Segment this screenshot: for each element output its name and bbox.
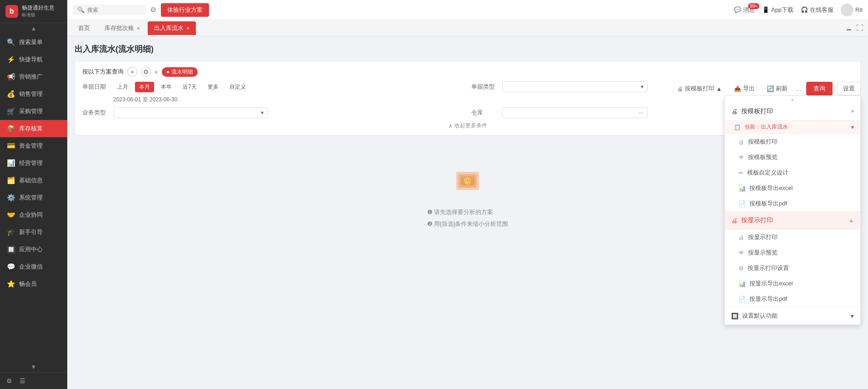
filter-collapse-icon[interactable]: « <box>155 68 158 75</box>
window-minimize-icon[interactable]: 🗕 <box>845 24 853 32</box>
search-box[interactable]: 🔍 <box>73 5 145 15</box>
sidebar-item-system[interactable]: ⚙️ 系统管理 <box>0 189 67 206</box>
tabbar: 首页 库存批次账 × 出入库流水 × 🗕 ⛶ <box>67 20 868 36</box>
tab-batch[interactable]: 库存批次账 × <box>98 21 146 35</box>
display-settings-item[interactable]: ⚙ 按显示打印设置 <box>725 260 860 276</box>
display-printer-icon: 🖨 <box>738 234 744 241</box>
sidebar-scroll-up[interactable]: ▲ <box>0 23 67 34</box>
tab-home[interactable]: 首页 <box>72 21 96 35</box>
date-more-btn[interactable]: 更多 <box>204 82 223 92</box>
tabbar-controls: 🗕 ⛶ <box>845 24 863 32</box>
date-curr-month-btn[interactable]: 本月 <box>135 82 154 92</box>
tab-flow[interactable]: 出入库流水 × <box>148 21 195 35</box>
menu-toggle-icon[interactable]: ☰ <box>20 377 25 384</box>
sidebar-item-finance[interactable]: 💳 资金管理 <box>0 137 67 155</box>
topbar-gear-icon[interactable]: ⚙ <box>150 5 156 14</box>
sidebar-item-label: 搜索菜单 <box>19 38 43 46</box>
default-chevron: ▾ <box>851 313 854 319</box>
filter-settings-btn[interactable]: ⚙ <box>141 67 151 77</box>
sidebar-item-shortcut[interactable]: ⚡ 快捷导航 <box>0 51 67 68</box>
svg-text:😶: 😶 <box>466 178 472 184</box>
tab-flow-close[interactable]: × <box>186 25 189 31</box>
refresh-button[interactable]: 🔄 刷新 <box>763 83 791 95</box>
template-section-chevron: ▾ <box>851 108 854 115</box>
template-print-header-label: 按模板打印 <box>741 107 773 115</box>
sidebar-item-basic[interactable]: 🗂️ 基础信息 <box>0 172 67 189</box>
display-preview-item[interactable]: 👁 按显示预览 <box>725 245 860 260</box>
operation-icon: 📊 <box>6 159 15 167</box>
guide-icon: 🎓 <box>6 228 15 236</box>
sidebar-item-label: 快捷导航 <box>19 55 43 64</box>
sidebar-item-label: 营销推广 <box>19 73 43 81</box>
set-default-item[interactable]: 🔲 设置默认功能 ▾ <box>725 307 860 324</box>
print-template-button[interactable]: 🖨 按模板打印 ▲ <box>673 83 726 95</box>
biz-field-label: 业务类型 <box>82 109 110 117</box>
collapse-button[interactable]: ∧ 收起更多条件 <box>449 122 487 130</box>
sidebar-scroll-down[interactable]: ▼ <box>0 362 67 372</box>
window-maximize-icon[interactable]: ⛶ <box>856 24 863 32</box>
export-button[interactable]: 📤 导出 <box>730 83 758 95</box>
display-excel-item[interactable]: 📊 按显示导出excel <box>725 276 860 291</box>
date-prev-month-btn[interactable]: 上月 <box>113 82 132 92</box>
tab-batch-close[interactable]: × <box>137 25 140 31</box>
type-select[interactable]: ▾ <box>502 81 648 92</box>
member-icon: ⭐ <box>6 280 15 288</box>
more-actions-button[interactable]: ... <box>796 85 802 93</box>
app-download-icon: 📱 <box>762 6 769 13</box>
search-icon: 🔍 <box>77 6 85 13</box>
sidebar-item-sales[interactable]: 💰 销售管理 <box>0 85 67 103</box>
template-print-item[interactable]: 🖨 按模板打印 <box>725 134 860 150</box>
template-custom-item[interactable]: ✏ 模板自定义设计 <box>725 165 860 180</box>
sidebar-item-inventory[interactable]: 📦 库存核算 <box>0 120 67 137</box>
chevron-up-icon: ▲ <box>716 85 722 92</box>
sidebar-logo: b 畅捷通好生意 标准版 <box>0 0 67 23</box>
empty-hint: ❶ 请先选择要分析的方案 ❷ 用[筛选]条件来缩小分析范围 <box>427 206 509 230</box>
app-download-label: App下载 <box>771 6 793 14</box>
current-template-label: 📋 当前：出入库流水 ▾ <box>725 120 860 134</box>
shortcut-icon: ⚡ <box>6 55 15 64</box>
topbar-right: 💬 消息 99+ 📱 App下载 🎧 在线客服 Rit <box>734 4 863 16</box>
date-custom-btn[interactable]: 自定义 <box>225 82 250 92</box>
settings-bottom-icon[interactable]: ⚙ <box>6 377 12 384</box>
display-print-item[interactable]: 🖨 按显示打印 <box>725 229 860 245</box>
template-pdf-item[interactable]: 📄 按模板导出pdf <box>725 196 860 211</box>
filter-add-button[interactable]: + <box>127 67 137 77</box>
sidebar-item-purchase[interactable]: 🛒 采购管理 <box>0 103 67 120</box>
display-excel-label: 按显示导出excel <box>749 279 793 288</box>
topbar: 🔍 ⚙ 体验行业方案 💬 消息 99+ 📱 App下载 🎧 在线客服 Rit <box>67 0 868 20</box>
sidebar-item-search[interactable]: 🔍 搜索菜单 <box>0 34 67 51</box>
excel-icon: 📊 <box>738 185 746 192</box>
sidebar-item-label: 基础信息 <box>19 176 43 185</box>
template-excel-item[interactable]: 📊 按模板导出excel <box>725 180 860 196</box>
refresh-label: 刷新 <box>776 85 788 93</box>
sidebar-item-appcenter[interactable]: 🔲 应用中心 <box>0 241 67 258</box>
sidebar-item-guide[interactable]: 🎓 新手引导 <box>0 224 67 241</box>
sidebar-item-operation[interactable]: 📊 经营管理 <box>0 155 67 172</box>
display-settings-icon: ⚙ <box>738 265 744 272</box>
sidebar-item-marketing[interactable]: 📢 营销推广 <box>0 68 67 85</box>
display-pdf-item[interactable]: 📄 按显示导出pdf <box>725 291 860 307</box>
query-button[interactable]: 查询 <box>806 82 833 95</box>
search-input[interactable] <box>87 7 133 13</box>
date-curr-year-btn[interactable]: 本年 <box>157 82 176 92</box>
settings-button[interactable]: 设置 <box>837 82 861 95</box>
display-print-section-header[interactable]: 🖨 按显示打印 ▲ <box>725 212 860 229</box>
app-download-button[interactable]: 📱 App下载 <box>762 6 793 14</box>
sidebar-item-coop[interactable]: 🤝 企业协同 <box>0 206 67 224</box>
date-last7-btn[interactable]: 近7天 <box>179 82 201 92</box>
type-field-label: 单据类型 <box>471 83 499 91</box>
template-preview-item[interactable]: 👁 按模板预览 <box>725 150 860 165</box>
biz-select[interactable]: ▾ <box>113 107 268 118</box>
template-print-section-header[interactable]: 🖨 按模板打印 ▾ <box>725 103 860 120</box>
current-template-text: 当前：出入库流水 <box>744 123 788 131</box>
warehouse-select[interactable]: ··· <box>502 107 648 118</box>
empty-hint-1: ❶ 请先选择要分析的方案 <box>427 206 509 218</box>
trial-button[interactable]: 体验行业方案 <box>161 3 209 17</box>
sidebar-item-label: 库存核算 <box>19 125 43 133</box>
online-service-button[interactable]: 🎧 在线客服 <box>801 6 833 14</box>
sidebar-item-wechat[interactable]: 💬 企业微信 <box>0 258 67 275</box>
template-preview-label: 按模板预览 <box>748 153 778 161</box>
sidebar-item-member[interactable]: ⭐ 畅会员 <box>0 275 67 293</box>
user-avatar-area[interactable]: Rit <box>841 4 863 16</box>
message-button[interactable]: 💬 消息 99+ <box>734 6 755 14</box>
